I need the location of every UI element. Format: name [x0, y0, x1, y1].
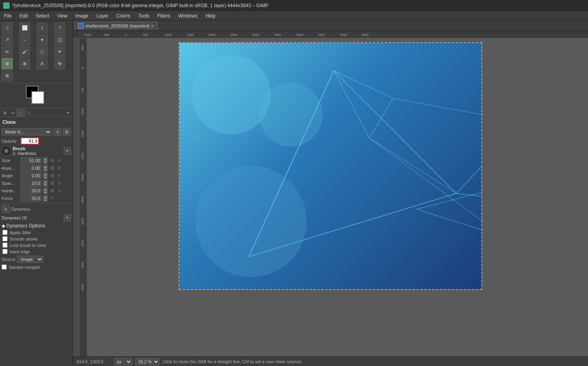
menu-item-windows[interactable]: Windows: [174, 12, 202, 20]
force-up[interactable]: ▲: [43, 195, 48, 198]
force-down[interactable]: ▼: [43, 198, 48, 202]
unit-selector[interactable]: px mm in: [114, 358, 132, 365]
tab-history[interactable]: ↩: [9, 109, 17, 116]
aspect-up[interactable]: ▲: [43, 165, 48, 168]
tool-rect-select[interactable]: ⬜: [19, 22, 30, 33]
tool-warp[interactable]: ⌣: [19, 34, 30, 45]
zoom-selector[interactable]: 18.2 % 25 % 50 % 100 %: [135, 358, 160, 365]
size-input[interactable]: [21, 157, 41, 164]
menu-item-layer[interactable]: Layer: [93, 12, 113, 20]
opacity-input[interactable]: [21, 137, 39, 145]
tool-heal[interactable]: ⊗: [19, 58, 30, 69]
hardness-input[interactable]: [21, 188, 41, 194]
size-link[interactable]: ⛓: [49, 158, 55, 163]
tab-active[interactable]: ▪: [17, 109, 25, 116]
ruler-left-svg: -500 0 500 1000 1500 2000 2500 3000 3500…: [80, 38, 87, 356]
aspect-down[interactable]: ▼: [43, 168, 48, 171]
mode-chain-btn[interactable]: ⛓: [63, 128, 71, 136]
spacing-link[interactable]: ⛓: [49, 180, 55, 186]
svg-text:3500: 3500: [274, 33, 281, 37]
apply-jitter-checkbox[interactable]: [2, 230, 8, 235]
hardness-up[interactable]: ▲: [43, 188, 48, 191]
tool-clone[interactable]: ⊕: [2, 58, 13, 69]
aspect-reset[interactable]: ↺: [56, 165, 62, 171]
main-body: ⊹ ⬜ ⌇ ⍢ ↗ ⌣ ▾ ◫ ✏ 🖌 ◻ ✦ ⊕ ⊗ A ✜ ⊕: [0, 21, 588, 366]
hardness-row: Hardn... ▲ ▼ ⛓ ↺: [2, 188, 71, 194]
spacing-reset[interactable]: ↺: [56, 180, 62, 186]
tool-eraser[interactable]: ◻: [37, 46, 48, 57]
tool-pencil[interactable]: ✏: [2, 46, 13, 57]
geometric-lines-svg: [179, 43, 481, 289]
menu-item-edit[interactable]: Edit: [16, 12, 32, 20]
tab-tool-options[interactable]: ⚙: [1, 109, 9, 116]
dynamics-options-section: ◆ Dynamics Options Apply Jitter Smooth s…: [2, 223, 71, 254]
aspect-input[interactable]: [21, 165, 41, 171]
angle-reset[interactable]: ↺: [56, 173, 62, 178]
spacing-spinbox[interactable]: ▲ ▼: [43, 180, 48, 186]
hardness-down[interactable]: ▼: [43, 191, 48, 194]
background-color[interactable]: [31, 91, 44, 104]
color-area: [0, 83, 72, 108]
angle-spinbox[interactable]: ▲ ▼: [43, 172, 48, 179]
source-dropdown[interactable]: Image Pattern: [17, 256, 43, 263]
angle-down[interactable]: ▼: [43, 176, 48, 179]
menu-item-tools[interactable]: Tools: [134, 12, 153, 20]
menu-item-help[interactable]: Help: [202, 12, 220, 20]
tool-text[interactable]: A: [37, 58, 48, 69]
menu-item-select[interactable]: Select: [32, 12, 53, 20]
color-selector[interactable]: [26, 86, 47, 106]
sample-merged-checkbox[interactable]: [2, 264, 7, 270]
tool-paintbrush[interactable]: 🖌: [19, 46, 30, 57]
tool-lasso[interactable]: ⌇: [37, 22, 48, 33]
size-up[interactable]: ▲: [43, 157, 48, 160]
canvas-viewport[interactable]: [87, 38, 588, 356]
angle-link[interactable]: ⛓: [49, 173, 55, 178]
menu-item-colors[interactable]: Colors: [113, 12, 134, 20]
svg-text:3500: 3500: [81, 218, 84, 225]
hardness-link[interactable]: ⛓: [49, 188, 55, 194]
tool-zoom[interactable]: ⊕: [2, 70, 13, 81]
force-input[interactable]: [21, 195, 41, 202]
menu-item-file[interactable]: File: [0, 12, 16, 20]
hardness-reset[interactable]: ↺: [56, 188, 62, 194]
tool-blend[interactable]: ◫: [54, 34, 65, 45]
tool-move[interactable]: ⊹: [2, 22, 13, 33]
panel-menu-btn[interactable]: ▾: [64, 109, 72, 116]
svg-text:3000: 3000: [252, 33, 259, 37]
aspect-link[interactable]: ⛓: [49, 165, 55, 171]
tool-bucket-fill[interactable]: ▾: [37, 34, 48, 45]
brush-preview[interactable]: [2, 146, 11, 156]
tool-airbrush[interactable]: ✦: [54, 46, 65, 57]
spacing-up[interactable]: ▲: [43, 180, 48, 183]
menu-item-filters[interactable]: Filters: [153, 12, 174, 20]
tab-extra[interactable]: □: [25, 109, 33, 116]
hardness-spinbox[interactable]: ▲ ▼: [43, 188, 48, 194]
hard-edge-checkbox[interactable]: [2, 249, 8, 254]
dynamics-edit-btn[interactable]: ✎: [64, 214, 71, 221]
force-reset[interactable]: ↺: [49, 196, 55, 201]
opacity-row: Opacity: [2, 137, 71, 145]
angle-input[interactable]: [21, 172, 41, 179]
dynamics-icon: ◈: [2, 205, 10, 213]
lock-brush-checkbox[interactable]: [2, 243, 8, 248]
tool-fuzzy-select[interactable]: ⍢: [54, 22, 65, 33]
menu-item-image[interactable]: Image: [71, 12, 92, 20]
size-down[interactable]: ▼: [43, 160, 48, 164]
angle-up[interactable]: ▲: [43, 172, 48, 176]
brush-edit-btn[interactable]: ✎: [64, 147, 71, 155]
window-title: *[shutterstock_2535506] (imported)-8.0 (…: [12, 3, 269, 8]
canvas-tab[interactable]: shutterstock_2535506 (imported) ✕: [74, 22, 158, 30]
spacing-input[interactable]: [21, 180, 41, 186]
size-spinbox[interactable]: ▲ ▼: [43, 157, 48, 164]
tool-eyedropper[interactable]: ✜: [54, 58, 65, 69]
tool-transform[interactable]: ↗: [2, 34, 13, 45]
smooth-stroke-checkbox[interactable]: [2, 236, 8, 241]
mode-dropdown[interactable]: Mode N...: [2, 128, 52, 135]
mode-extra-btn[interactable]: ↺: [53, 128, 61, 136]
aspect-spinbox[interactable]: ▲ ▼: [43, 165, 48, 171]
force-spinbox[interactable]: ▲ ▼: [43, 195, 48, 202]
menu-item-view[interactable]: View: [53, 12, 71, 20]
size-reset[interactable]: ↺: [56, 158, 62, 163]
spacing-down[interactable]: ▼: [43, 183, 48, 186]
tab-close-btn[interactable]: ✕: [151, 24, 154, 28]
